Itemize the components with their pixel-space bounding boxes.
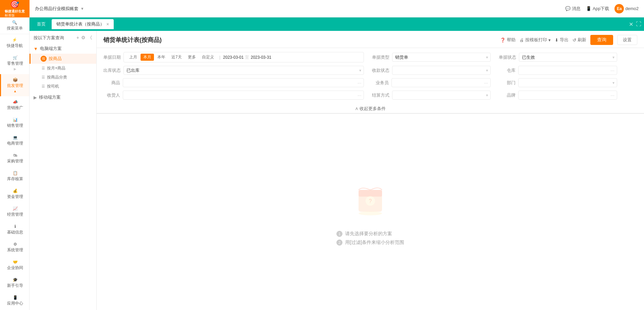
tab-sales-stat[interactable]: 销货单统计表（按商品） ×	[52, 19, 114, 29]
sidebar-item-marketing[interactable]: 📣 营销推广	[0, 96, 29, 114]
settings-button[interactable]: 设置	[617, 35, 637, 45]
svg-point-0	[359, 211, 382, 215]
payment-status-select[interactable]	[392, 66, 490, 75]
print-button[interactable]: 🖨 按模板打印 ▾	[520, 37, 551, 43]
sidebar-item-guide[interactable]: 🎓 新手引导	[0, 274, 29, 292]
scheme-item-by-product[interactable]: 按 按商品	[30, 54, 96, 64]
date-tab-this-month[interactable]: 本月	[141, 54, 154, 61]
sidebar-item-inventory[interactable]: 📋 库存核算	[0, 167, 29, 185]
maximize-tab-action[interactable]: ⛶	[636, 21, 641, 28]
department-select[interactable]	[518, 78, 617, 87]
sidebar-item-label: 采购管理	[7, 158, 23, 164]
sidebar-item-finance[interactable]: 💰 资金管理	[0, 185, 29, 203]
collapse-button[interactable]: ∧ 收起更多条件	[355, 106, 386, 112]
scheme-section-label-mobile: 移动端方案	[39, 94, 61, 100]
scheme-item-label: 按商品	[49, 56, 62, 62]
brand-input[interactable]	[518, 91, 617, 100]
sidebar-item-label: 批发管理	[7, 83, 23, 89]
page-actions: ❓ 帮助 🖨 按模板打印 ▾ ⬇ 导出 ↺ 刷新	[500, 35, 637, 45]
payment-method-select[interactable]	[392, 91, 490, 100]
main-area: 办公用品行业模拟账套 ▾ 💬 消息 📱 App下载 Ea demo2 首页 销货…	[30, 0, 644, 310]
sidebar-item-label: 电商管理	[7, 141, 23, 146]
product-input[interactable]	[123, 78, 364, 87]
scheme-section-header-pc[interactable]: ▼ 电脑端方案	[30, 44, 96, 54]
message-icon: 💬	[565, 6, 571, 11]
search-icon: 🔍	[12, 20, 17, 25]
help-button[interactable]: ❓ 帮助	[500, 37, 516, 43]
date-tab-this-year[interactable]: 本年	[155, 54, 168, 61]
sidebar-item-management[interactable]: 📈 经营管理	[0, 203, 29, 221]
filter-item-payment-method: 结算方式 ▾	[372, 91, 490, 100]
salesperson-input[interactable]	[391, 78, 490, 87]
sidebar-item-label: 搜索菜单	[7, 25, 23, 31]
scheme-sub-item-driver[interactable]: ☰ 按司机	[30, 82, 96, 91]
date-tab-7days[interactable]: 近7天	[169, 54, 184, 61]
close-tab-action[interactable]: ✕	[629, 21, 633, 28]
sidebar-item-app-center[interactable]: 📱 应用中心	[0, 292, 29, 310]
sidebar-item-search[interactable]: 🔍 搜索菜单	[0, 17, 29, 34]
wholesale-icon: 📦	[13, 78, 18, 82]
payment-status-label: 收款状态	[372, 67, 389, 73]
date-tab-more[interactable]: 更多	[185, 54, 199, 61]
brand-control: ···	[518, 91, 617, 100]
scheme-panel-title: 按以下方案查询	[34, 35, 64, 41]
user-profile[interactable]: Ea demo2	[614, 4, 639, 13]
app-center-icon: 📱	[13, 295, 18, 300]
date-tab-custom[interactable]: 自定义	[199, 54, 217, 61]
sidebar-item-collab[interactable]: 🤝 企业协同	[0, 256, 29, 274]
recipient-input[interactable]	[123, 91, 364, 100]
sidebar-item-basic-info[interactable]: ℹ 基础信息	[0, 221, 29, 239]
sidebar-item-retail[interactable]: 🛒 零售管理 ▶	[0, 52, 29, 74]
query-button[interactable]: 查询	[590, 35, 613, 45]
date-from: 2023-03-01	[223, 55, 244, 60]
filter-item-outbound: 出库状态 已出库 ▾	[103, 66, 364, 75]
filter-item-doc-type: 单据类型 销货单 ▾	[372, 53, 490, 62]
sales-stat-tab-label: 销货单统计表（按商品）	[56, 21, 104, 27]
scheme-section-pc: ▼ 电脑端方案 按 按商品 ☰ 按月+商品 ☰ 按商品分类	[30, 44, 96, 91]
scheme-sub-item-month-product[interactable]: ☰ 按月+商品	[30, 64, 96, 73]
sidebar-item-sales[interactable]: 📊 销售管理	[0, 114, 29, 132]
outbound-select[interactable]: 已出库	[123, 66, 364, 75]
filter-item-brand: 品牌 ···	[499, 91, 617, 100]
collapse-scheme-button[interactable]: 《	[88, 35, 92, 41]
tab-home[interactable]: 首页	[32, 19, 50, 29]
empty-hints: 1 请先选择要分析的方案 2 用[过滤]条件来缩小分析范围	[336, 231, 404, 246]
refresh-button[interactable]: ↺ 刷新	[573, 37, 586, 43]
sidebar-item-ecommerce[interactable]: 💻 电商管理	[0, 132, 29, 150]
filter-row-1: 单据日期 上月 本月 本年 近7天 更多 自定义	[103, 52, 617, 62]
date-tab-last-month[interactable]: 上月	[126, 54, 140, 61]
settings-scheme-button[interactable]: ⚙	[81, 35, 86, 41]
date-range: 上月 本月 本年 近7天 更多 自定义 | 2023-03-01	[123, 52, 364, 62]
scheme-section-mobile: ▶ 移动端方案	[30, 92, 96, 102]
messages-button[interactable]: 💬 消息	[565, 6, 581, 12]
breadcrumb-dropdown[interactable]: ▾	[81, 6, 84, 11]
topbar: 办公用品行业模拟账套 ▾ 💬 消息 📱 App下载 Ea demo2	[30, 0, 644, 17]
empty-illustration: ?	[350, 178, 390, 225]
sidebar-item-wholesale[interactable]: 📦 批发管理 ▲	[0, 74, 29, 96]
print-label: 按模板打印	[525, 37, 547, 43]
product-label: 商品	[103, 80, 120, 86]
scheme-section-header-mobile[interactable]: ▶ 移动端方案	[30, 92, 96, 102]
doc-status-select[interactable]: 已生效	[519, 53, 617, 62]
sidebar: 🎯 畅捷通好生意标准版 🔍 搜索菜单 ⚡ 快捷导航 🛒 零售管理 ▶ 📦 批发管…	[0, 0, 30, 310]
filter-item-date: 单据日期 上月 本月 本年 近7天 更多 自定义	[103, 52, 364, 62]
add-scheme-button[interactable]: +	[76, 35, 79, 41]
sidebar-item-system[interactable]: ⚙ 系统管理	[0, 239, 29, 256]
logo-text: 畅捷通好生意标准版	[5, 9, 25, 17]
payment-method-label: 结算方式	[372, 92, 389, 98]
doc-type-select[interactable]: 销货单	[392, 53, 490, 62]
warehouse-input[interactable]	[518, 66, 617, 75]
logo-icon: 🎯	[10, 0, 19, 9]
tab-close-button[interactable]: ×	[106, 21, 109, 27]
date-to: 2023-03-31	[251, 55, 271, 60]
breadcrumb: 办公用品行业模拟账套	[35, 6, 78, 12]
export-button[interactable]: ⬇ 导出	[555, 37, 569, 43]
scheme-sub-item-category[interactable]: ☰ 按商品分类	[30, 73, 96, 82]
filter-item-recipient: 收货人 ···	[103, 91, 364, 100]
sidebar-item-quick-nav[interactable]: ⚡ 快捷导航	[0, 34, 29, 52]
scheme-sub-icon: ☰	[42, 66, 45, 70]
date-control: 上月 本月 本年 近7天 更多 自定义 | 2023-03-01	[123, 52, 364, 62]
hint-num-2: 2	[336, 240, 342, 246]
sidebar-item-purchase[interactable]: 🛍 采购管理	[0, 150, 29, 167]
app-download-button[interactable]: 📱 App下载	[586, 6, 609, 12]
